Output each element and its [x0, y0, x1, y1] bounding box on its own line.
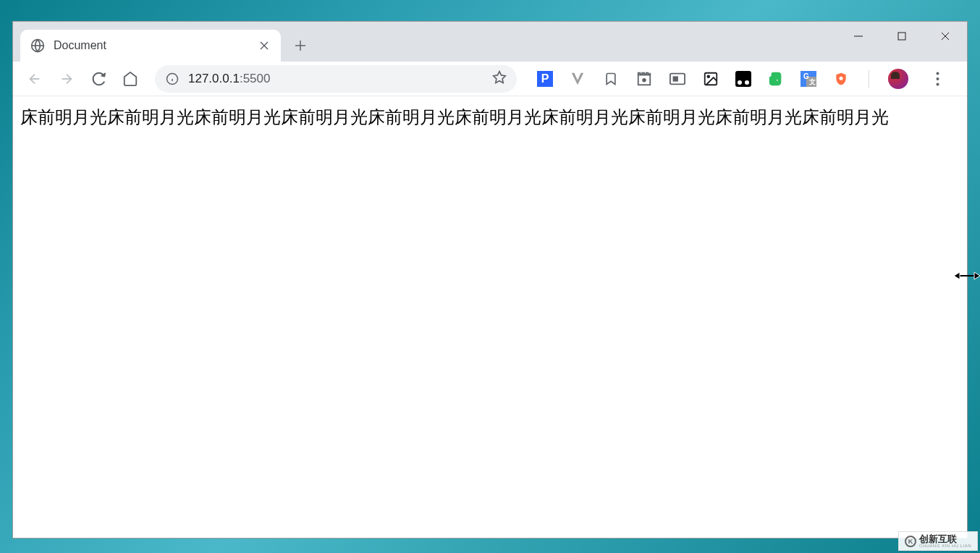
extension-image-icon[interactable]: [702, 70, 719, 88]
user-avatar[interactable]: [888, 69, 908, 89]
url-text: 127.0.0.1:5500: [188, 72, 483, 86]
globe-icon: [30, 38, 45, 53]
window-controls: [837, 22, 967, 51]
tab-title: Document: [54, 39, 249, 52]
svg-point-27: [840, 76, 843, 80]
svg-text:G: G: [803, 72, 809, 80]
close-window-button[interactable]: [924, 22, 967, 51]
extension-video-icon[interactable]: [669, 70, 686, 88]
extension-evernote-icon[interactable]: [767, 70, 785, 88]
svg-marker-16: [572, 72, 584, 85]
url-host: 127.0.0.1: [188, 72, 240, 85]
body-text: 床前明月光床前明月光床前明月光床前明月光床前明月光床前明月光床前明月光床前明月光…: [20, 105, 960, 130]
active-tab[interactable]: Document: [20, 30, 281, 62]
extension-translate-icon[interactable]: G 文: [801, 71, 816, 87]
maximize-button[interactable]: [880, 22, 924, 51]
svg-rect-7: [898, 33, 905, 40]
extensions-area: P: [537, 66, 950, 92]
browser-menu-button[interactable]: [924, 66, 950, 92]
reload-button[interactable]: [85, 66, 111, 92]
svg-rect-20: [674, 77, 678, 81]
watermark-text: 创新互联 CHUANG XIN HU LIAN: [919, 534, 971, 548]
svg-point-29: [936, 77, 939, 80]
toolbar: 127.0.0.1:5500 P: [13, 62, 967, 96]
close-tab-button[interactable]: [258, 39, 271, 52]
watermark-main-text: 创新互联: [919, 534, 971, 544]
extension-castle-icon[interactable]: [635, 70, 653, 88]
extension-p-icon[interactable]: P: [537, 71, 553, 87]
extension-bookmark-icon[interactable]: [602, 70, 620, 88]
extension-dark-icon[interactable]: [735, 71, 751, 87]
extension-separator: [869, 70, 869, 88]
watermark-logo-icon: K: [905, 536, 916, 547]
minimize-button[interactable]: [837, 22, 880, 51]
extension-shield-icon[interactable]: [832, 70, 850, 88]
svg-point-22: [707, 75, 709, 77]
browser-window: Document: [12, 21, 968, 539]
watermark: K 创新互联 CHUANG XIN HU LIAN: [898, 531, 978, 551]
page-content: 床前明月光床前明月光床前明月光床前明月光床前明月光床前明月光床前明月光床前明月光…: [13, 96, 967, 538]
tab-bar: Document: [13, 22, 967, 62]
site-info-icon[interactable]: [165, 72, 179, 86]
extension-v-icon[interactable]: [569, 70, 586, 88]
home-button[interactable]: [117, 66, 143, 92]
forward-button[interactable]: [54, 66, 80, 92]
new-tab-button[interactable]: [288, 33, 313, 58]
bookmark-star-icon[interactable]: [492, 70, 507, 88]
address-bar[interactable]: 127.0.0.1:5500: [155, 65, 517, 93]
svg-marker-33: [974, 272, 980, 279]
url-port: :5500: [240, 72, 271, 85]
svg-text:文: 文: [808, 78, 816, 85]
back-button[interactable]: [22, 66, 48, 92]
watermark-sub-text: CHUANG XIN HU LIAN: [919, 544, 971, 548]
svg-marker-15: [494, 71, 506, 83]
svg-point-30: [936, 83, 939, 85]
svg-point-28: [936, 72, 939, 75]
svg-point-18: [643, 79, 646, 82]
